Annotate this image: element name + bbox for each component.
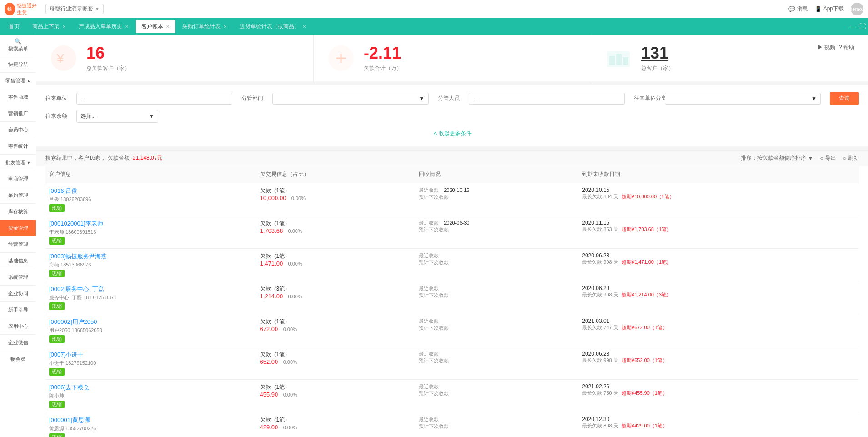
stat-debt-info: -2.11 欠款合计（万） [364, 44, 577, 72]
tab-home[interactable]: 首页 [3, 20, 25, 33]
sidebar-item-operations[interactable]: 经营管理 [0, 236, 36, 253]
avatar-text: demo2 [849, 6, 865, 12]
tab-production-history[interactable]: 产成品入库单历史 ✕ [73, 20, 134, 33]
recent-collection-5: 最近收款 [419, 351, 575, 357]
customer-name-0[interactable]: [0016]吕俊 [49, 187, 253, 195]
sidebar-item-app-center[interactable]: 应用中心 [0, 318, 36, 335]
due-date-7: 2020.12.30 [582, 416, 855, 422]
tab-minimize-btn[interactable]: — [849, 23, 856, 30]
customer-name-4[interactable]: [000002]用户2050 [49, 318, 253, 326]
sidebar-item-wholesale-mgmt[interactable]: 批发管理 ▼ [0, 155, 36, 171]
debt-icon [327, 45, 355, 72]
table-row: [0002]服务中心_丁磊 服务中心_丁磊 181 0125 8371 现销 欠… [45, 281, 859, 314]
customer-name-5[interactable]: [0007]小进干 [49, 351, 253, 359]
overdue-amount-0[interactable]: 超期¥10,000.00（1笔） [622, 194, 674, 199]
customer-name-2[interactable]: [0003]畅捷服务尹海燕 [49, 252, 253, 261]
overdue-days-6: 最长欠款 750 天 超期¥455.90（1笔） [582, 390, 855, 397]
sidebar-item-purchase[interactable]: 采购管理 [0, 187, 36, 204]
result-amount-label: 欠款金额 [108, 155, 130, 161]
sidebar-search-btn[interactable]: 🔍 搜索菜单 [0, 35, 36, 56]
sidebar-item-inventory[interactable]: 库存核算 [0, 204, 36, 220]
cell-debt-4: 欠款（1笔） 672.00 0.00% [256, 314, 415, 347]
stat-total-customers-label: 总客户（家） [641, 65, 818, 72]
tab-customer-ledger-close[interactable]: ✕ [166, 24, 170, 29]
store-selector[interactable]: 母婴行业演示账套 ▼ [45, 4, 104, 14]
customer-name-6[interactable]: [0006]去下粮仓 [49, 383, 253, 392]
overdue-days-7: 最长欠款 808 天 超期¥429.00（1笔） [582, 422, 855, 429]
overdue-amount-5[interactable]: 超期¥652.00（1笔） [622, 357, 667, 363]
overdue-days-5: 最长欠款 998 天 超期¥652.00（1笔） [582, 357, 855, 364]
tab-purchase-summary[interactable]: 采购订单统计表 ✕ [177, 20, 232, 33]
sidebar-item-chang-member[interactable]: 畅会员 [0, 351, 36, 367]
filter-section: 往来单位 ... 分管部门 ▼ 分管人员 ... [36, 85, 868, 146]
sidebar-item-marketing[interactable]: 营销推广 [0, 105, 36, 122]
sidebar-item-enterprise-wechat[interactable]: 企业微信 [0, 335, 36, 351]
dept-input[interactable]: ▼ [272, 93, 428, 105]
tab-product-listing[interactable]: 商品上下架 ✕ [27, 20, 71, 33]
sidebar-item-wholesale-mgmt-label: 批发管理 [5, 160, 25, 165]
overdue-amount-4[interactable]: 超期¥672.00（1笔） [622, 325, 667, 330]
sidebar-item-quick-nav[interactable]: 快捷导航 [0, 56, 36, 73]
filter-collapse-btn[interactable]: ∧ 收起更多条件 [45, 127, 859, 140]
tab-customer-ledger[interactable]: 客户账本 ✕ [136, 20, 175, 33]
overdue-amount-7[interactable]: 超期¥429.00（1笔） [622, 423, 667, 428]
tab-product-listing-close[interactable]: ✕ [62, 24, 66, 29]
customer-name-1[interactable]: [0001020001]李老师 [49, 220, 253, 228]
source-unit-input[interactable]: ... [76, 93, 232, 105]
tab-production-history-close[interactable]: ✕ [125, 24, 129, 29]
overdue-amount-1[interactable]: 超期¥1,703.68（1笔） [622, 226, 672, 232]
sidebar-item-basic-info[interactable]: 基础信息 [0, 253, 36, 269]
customer-name-3[interactable]: [0002]服务中心_丁磊 [49, 285, 253, 293]
sidebar-item-basic-info-label: 基础信息 [8, 258, 28, 263]
balance-select[interactable]: 选择... ▼ [76, 110, 158, 123]
export-btn[interactable]: ○ 导出 [820, 154, 836, 162]
col-header-debt-info: 欠交易信息（占比） [256, 166, 415, 183]
user-avatar-btn[interactable]: demo2 [851, 3, 863, 15]
debt-amount-4: 672.00 0.00% [260, 326, 411, 332]
tab-purchase-summary-close[interactable]: ✕ [223, 24, 227, 29]
message-btn[interactable]: 💬 消息 [788, 5, 808, 13]
sort-selector[interactable]: 排序：按欠款金额倒序排序 ▼ [741, 154, 813, 162]
tab-maximize-btn[interactable]: ⛶ [859, 23, 866, 30]
cell-collection-3: 最近收款 预计下次收款 [415, 281, 578, 314]
unit-category-input[interactable]: ▼ [665, 93, 821, 105]
customer-name-7[interactable]: [000001]黄思源 [49, 416, 253, 424]
help-btn[interactable]: ? 帮助 [839, 44, 854, 51]
cell-customer-3: [0002]服务中心_丁磊 服务中心_丁磊 181 0125 8371 现销 [45, 281, 256, 314]
person-input[interactable]: ... [469, 93, 625, 105]
query-btn[interactable]: 查询 [830, 92, 859, 105]
sidebar-item-retail-stats[interactable]: 零售统计 [0, 138, 36, 155]
cell-due-date-0: 2020.10.15 最长欠款 884 天 超期¥10,000.00（1笔） [578, 183, 859, 216]
app-download-btn[interactable]: 📱 App下载 [815, 5, 844, 13]
refresh-btn[interactable]: ○ 刷新 [843, 154, 859, 162]
cell-collection-0: 最近收款 2020-10-15 预计下次收款 [415, 183, 578, 216]
sidebar-item-retail-mgmt[interactable]: 零售管理 ▲ [0, 73, 36, 89]
cell-customer-2: [0003]畅捷服务尹海燕 海燕 18513066976 现销 [45, 249, 256, 281]
logo-text: 畅捷通好生意 [17, 2, 41, 16]
phone-icon: 📱 [815, 6, 822, 12]
sidebar-item-system-mgmt[interactable]: 系统管理 [0, 269, 36, 286]
customer-sub-4: 用户2050 18665062050 [49, 327, 253, 334]
sidebar-item-retail-mall[interactable]: 零售商城 [0, 89, 36, 105]
table-header: 客户信息 欠交易信息（占比） 回收情况 到期未收款日期 [45, 166, 859, 183]
overdue-amount-3[interactable]: 超期¥1,214.00（3笔） [622, 292, 672, 297]
store-dropdown-icon: ▼ [95, 6, 100, 11]
help-icon: ? [839, 44, 842, 50]
sidebar-item-beginner-guide[interactable]: 新手引导 [0, 302, 36, 318]
sidebar-item-capital-mgmt[interactable]: 资金管理 [0, 220, 36, 236]
overdue-amount-6[interactable]: 超期¥455.90（1笔） [622, 390, 667, 396]
sidebar-item-member-center[interactable]: 会员中心 [0, 122, 36, 138]
view-btn[interactable]: ▶ 视频 [818, 44, 835, 51]
tab-purchase-stats-close[interactable]: ✕ [302, 24, 306, 29]
recent-collection-6: 最近收款 [419, 383, 575, 390]
debt-amount-3: 1,214.00 0.00% [260, 293, 411, 300]
overdue-amount-2[interactable]: 超期¥1,471.00（1笔） [622, 259, 672, 265]
cell-debt-6: 欠款（1笔） 455.90 0.00% [256, 380, 415, 412]
cell-due-date-2: 2020.06.23 最长欠款 998 天 超期¥1,471.00（1笔） [578, 249, 859, 281]
tab-purchase-stats[interactable]: 进货单统计表（按商品） ✕ [234, 20, 311, 33]
sidebar-item-enterprise-collab[interactable]: 企业协同 [0, 286, 36, 302]
sidebar-item-ecommerce[interactable]: 电商管理 [0, 171, 36, 187]
filter-dept: 分管部门 ▼ [241, 93, 428, 105]
svg-rect-6 [623, 57, 628, 65]
recent-collection-3: 最近收款 [419, 285, 575, 292]
